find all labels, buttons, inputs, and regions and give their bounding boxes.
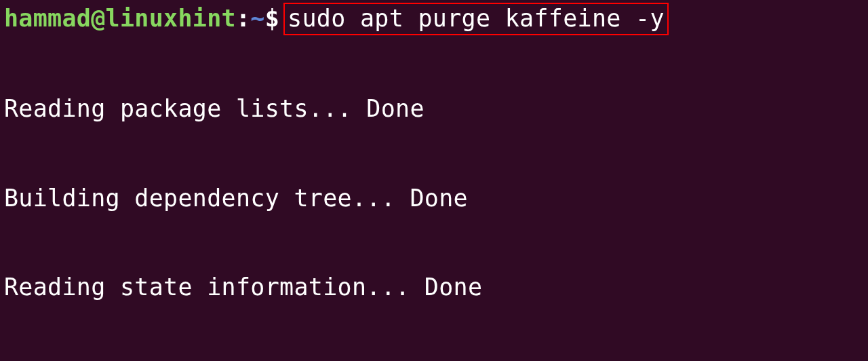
prompt-path: ~ xyxy=(250,5,264,32)
command-text[interactable]: sudo apt purge kaffeine -y xyxy=(283,3,669,35)
output-line: Building dependency tree... Done xyxy=(4,184,864,214)
prompt-line: hammad@linuxhint:~$sudo apt purge kaffei… xyxy=(4,3,864,35)
prompt-colon: : xyxy=(236,5,250,32)
output-line: Reading package lists... Done xyxy=(4,94,864,124)
output-line: Reading state information... Done xyxy=(4,273,864,303)
prompt-host: linuxhint xyxy=(106,5,236,32)
prompt-dollar: $ xyxy=(265,5,279,32)
terminal-output: Reading package lists... Done Building d… xyxy=(4,35,864,361)
prompt-user: hammad xyxy=(4,5,91,32)
prompt-at: @ xyxy=(91,5,105,32)
